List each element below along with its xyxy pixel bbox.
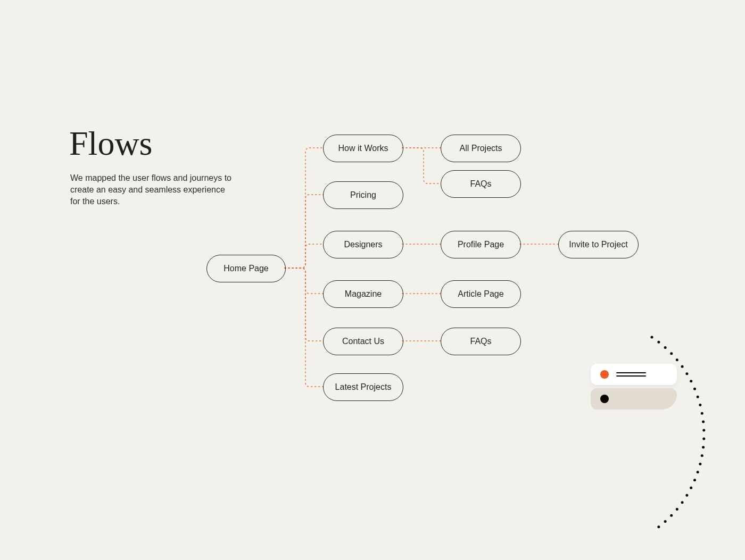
node-faqs-bottom: FAQs: [441, 328, 521, 355]
node-label: How it Works: [338, 144, 388, 153]
dot-icon: [600, 395, 609, 403]
node-label: Invite to Project: [569, 240, 627, 249]
dot-icon: [600, 370, 609, 379]
node-label: Latest Projects: [335, 382, 392, 392]
lines-icon: [616, 372, 646, 377]
node-pricing: Pricing: [323, 181, 403, 209]
node-label: Pricing: [350, 190, 376, 200]
node-magazine: Magazine: [323, 280, 403, 308]
node-all-projects: All Projects: [441, 135, 521, 162]
node-label: Magazine: [345, 289, 382, 299]
node-label: FAQs: [470, 337, 491, 346]
node-contact-us: Contact Us: [323, 328, 403, 355]
node-label: Designers: [344, 240, 382, 249]
node-label: All Projects: [459, 144, 502, 153]
node-label: Article Page: [458, 289, 503, 299]
decorative-card-top: [591, 364, 677, 385]
node-label: Profile Page: [458, 240, 504, 249]
node-invite-to-project: Invite to Project: [558, 231, 639, 258]
node-profile-page: Profile Page: [441, 231, 521, 258]
node-how-it-works: How it Works: [323, 135, 403, 162]
decorative-card-bottom: [591, 388, 677, 409]
node-latest-projects: Latest Projects: [323, 373, 403, 401]
node-designers: Designers: [323, 231, 403, 258]
node-article-page: Article Page: [441, 280, 521, 308]
node-label: FAQs: [470, 179, 491, 189]
node-faqs-top: FAQs: [441, 170, 521, 198]
node-home-page: Home Page: [206, 255, 286, 282]
node-label: Contact Us: [342, 337, 384, 346]
node-label: Home Page: [224, 264, 269, 273]
